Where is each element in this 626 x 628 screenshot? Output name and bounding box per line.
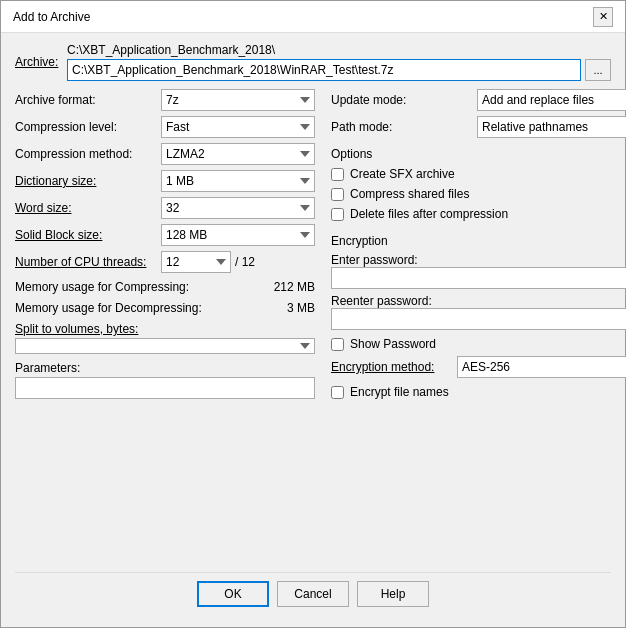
compression-method-label: Compression method:	[15, 147, 155, 161]
update-mode-row: Update mode: Add and replace files Updat…	[331, 89, 626, 111]
update-mode-combo[interactable]: Add and replace files Update and add fil…	[477, 89, 626, 111]
encrypt-names-label[interactable]: Encrypt file names	[350, 385, 449, 399]
compress-shared-row: Compress shared files	[331, 187, 626, 201]
left-column: Archive format: 7z ZIP TAR GZ Compressio…	[15, 89, 315, 562]
show-password-checkbox[interactable]	[331, 338, 344, 351]
archive-static-path: C:\XBT_Application_Benchmark_2018\	[67, 43, 611, 57]
reenter-password-group: Reenter password:	[331, 294, 626, 330]
memory-decompress-row: Memory usage for Decompressing: 3 MB	[15, 301, 315, 315]
split-volumes-label: Split to volumes, bytes:	[15, 322, 315, 336]
compress-shared-checkbox[interactable]	[331, 188, 344, 201]
ok-button[interactable]: OK	[197, 581, 269, 607]
memory-compress-label: Memory usage for Compressing:	[15, 280, 189, 294]
show-password-label[interactable]: Show Password	[350, 337, 436, 351]
parameters-row: Parameters:	[15, 361, 315, 399]
solid-block-combo[interactable]: Disable 1 MB 16 MB 128 MB 1 GB	[161, 224, 315, 246]
cancel-button[interactable]: Cancel	[277, 581, 349, 607]
reenter-password-input[interactable]	[331, 308, 626, 330]
dictionary-size-combo[interactable]: 64 KB 256 KB 1 MB 4 MB	[161, 170, 315, 192]
options-label: Options	[331, 147, 626, 161]
update-mode-label: Update mode:	[331, 93, 471, 107]
title-bar: Add to Archive ✕	[1, 1, 625, 33]
word-size-label: Word size:	[15, 201, 155, 215]
cpu-threads-controls: 12 1 2 4 8 / 12	[161, 251, 255, 273]
memory-decompress-label: Memory usage for Decompressing:	[15, 301, 202, 315]
compression-method-row: Compression method: LZMA2 LZMA PPMd	[15, 143, 315, 165]
create-sfx-row: Create SFX archive	[331, 167, 626, 181]
enter-password-group: Enter password:	[331, 253, 626, 289]
help-button[interactable]: Help	[357, 581, 429, 607]
encryption-method-label: Encryption method:	[331, 360, 451, 374]
solid-block-label: Solid Block size:	[15, 228, 155, 242]
word-size-row: Word size: 8 16 32 64	[15, 197, 315, 219]
options-section: Options Create SFX archive Compress shar…	[331, 143, 626, 221]
compression-level-label: Compression level:	[15, 120, 155, 134]
add-to-archive-dialog: Add to Archive ✕ Archive: C:\XBT_Applica…	[0, 0, 626, 628]
path-mode-row: Path mode: No paths Relative pathnames F…	[331, 116, 626, 138]
close-button[interactable]: ✕	[593, 7, 613, 27]
split-volumes-row: Split to volumes, bytes:	[15, 322, 315, 354]
compression-level-combo[interactable]: Store Fastest Fast Normal Good Best	[161, 116, 315, 138]
dialog-body: Archive: C:\XBT_Application_Benchmark_20…	[1, 33, 625, 627]
parameters-input[interactable]	[15, 377, 315, 399]
word-size-combo[interactable]: 8 16 32 64	[161, 197, 315, 219]
archive-format-combo[interactable]: 7z ZIP TAR GZ	[161, 89, 315, 111]
enter-password-label: Enter password:	[331, 253, 418, 267]
archive-format-row: Archive format: 7z ZIP TAR GZ	[15, 89, 315, 111]
memory-compress-value: 212 MB	[274, 280, 315, 294]
cpu-threads-row: Number of CPU threads: 12 1 2 4 8 / 12	[15, 251, 315, 273]
compression-method-combo[interactable]: LZMA2 LZMA PPMd	[161, 143, 315, 165]
encryption-section: Encryption Enter password: Reenter passw…	[331, 230, 626, 399]
compression-level-row: Compression level: Store Fastest Fast No…	[15, 116, 315, 138]
memory-decompress-value: 3 MB	[287, 301, 315, 315]
memory-compress-row: Memory usage for Compressing: 212 MB	[15, 280, 315, 294]
archive-label: Archive:	[15, 55, 61, 69]
encryption-method-row: Encryption method: AES-256	[331, 356, 626, 378]
delete-after-row: Delete files after compression	[331, 207, 626, 221]
compress-shared-label[interactable]: Compress shared files	[350, 187, 469, 201]
path-mode-combo[interactable]: No paths Relative pathnames Full pathnam…	[477, 116, 626, 138]
show-password-row: Show Password	[331, 337, 626, 351]
solid-block-row: Solid Block size: Disable 1 MB 16 MB 128…	[15, 224, 315, 246]
dialog-title: Add to Archive	[13, 10, 90, 24]
encrypt-names-checkbox[interactable]	[331, 386, 344, 399]
dictionary-size-label: Dictionary size:	[15, 174, 155, 188]
two-column-layout: Archive format: 7z ZIP TAR GZ Compressio…	[15, 89, 611, 562]
cpu-threads-label: Number of CPU threads:	[15, 255, 155, 269]
encryption-label: Encryption	[331, 234, 626, 248]
encryption-method-combo[interactable]: AES-256	[457, 356, 626, 378]
path-mode-label: Path mode:	[331, 120, 471, 134]
delete-after-checkbox[interactable]	[331, 208, 344, 221]
archive-format-label: Archive format:	[15, 93, 155, 107]
right-column: Update mode: Add and replace files Updat…	[331, 89, 626, 562]
create-sfx-checkbox[interactable]	[331, 168, 344, 181]
archive-path-input[interactable]	[67, 59, 581, 81]
parameters-label: Parameters:	[15, 361, 315, 375]
archive-path-input-row: ...	[67, 59, 611, 81]
enter-password-input[interactable]	[331, 267, 626, 289]
create-sfx-label[interactable]: Create SFX archive	[350, 167, 455, 181]
delete-after-label[interactable]: Delete files after compression	[350, 207, 508, 221]
archive-row: Archive: C:\XBT_Application_Benchmark_20…	[15, 43, 611, 81]
split-volumes-combo[interactable]	[15, 338, 315, 354]
cpu-threads-combo[interactable]: 12 1 2 4 8	[161, 251, 231, 273]
cpu-threads-total: / 12	[235, 255, 255, 269]
dictionary-size-row: Dictionary size: 64 KB 256 KB 1 MB 4 MB	[15, 170, 315, 192]
button-bar: OK Cancel Help	[15, 572, 611, 619]
encrypt-names-row: Encrypt file names	[331, 385, 626, 399]
reenter-password-label: Reenter password:	[331, 294, 432, 308]
browse-button[interactable]: ...	[585, 59, 611, 81]
archive-path-col: C:\XBT_Application_Benchmark_2018\ ...	[67, 43, 611, 81]
